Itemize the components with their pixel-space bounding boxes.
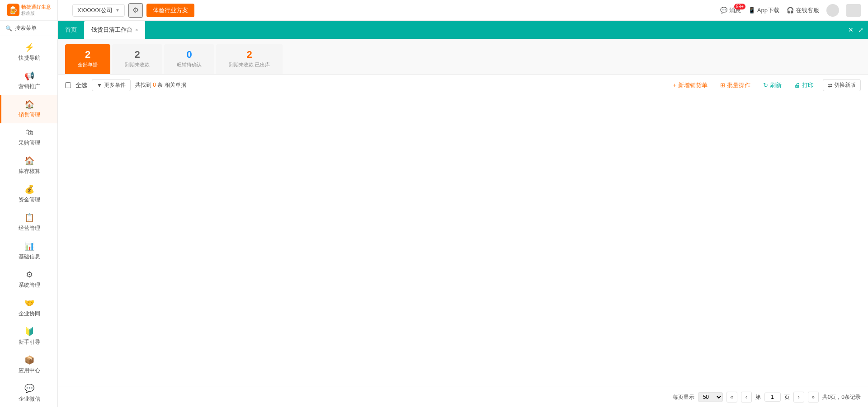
tab-label-1: 钱货日清工作台 <box>91 26 132 34</box>
batch-btn-label: 批量操作 <box>727 81 750 89</box>
sidebar-item-销售管理[interactable]: 🏠销售管理 <box>0 95 57 123</box>
found-count-value: 0 <box>153 82 156 88</box>
refresh-btn[interactable]: ↻ 刷新 <box>760 80 785 91</box>
stat-num-2: 0 <box>186 49 192 61</box>
stat-tab-2[interactable]: 0旺铺待确认 <box>164 44 214 74</box>
sidebar-icon-8: ⚙ <box>26 270 33 280</box>
sidebar-icon-1: 📢 <box>24 71 34 81</box>
mobile-icon: 📱 <box>748 7 755 14</box>
toolbar-right: + 新增销货单 ⊞ 批量操作 ↻ 刷新 🖨 打印 ⇄ 切换新版 <box>670 79 861 91</box>
sidebar-label-7: 基础信息 <box>19 253 40 261</box>
stat-tab-3[interactable]: 2到期未收款 已出库 <box>216 44 283 74</box>
sidebar-item-经营管理[interactable]: 📋经营管理 <box>0 208 57 237</box>
sidebar-label-5: 资金管理 <box>19 196 40 204</box>
stat-tab-0[interactable]: 2全部单据 <box>65 44 110 74</box>
sidebar-item-系统管理[interactable]: ⚙系统管理 <box>0 265 57 294</box>
sidebar-icon-11: 📦 <box>24 355 34 365</box>
toolbar: 全选 ▼ 更多条件 共找到 0 条 相关单据 + 新增销货单 ⊞ 批量操作 ↻ … <box>58 75 868 96</box>
first-page-btn[interactable]: « <box>726 392 737 402</box>
sidebar-icon-6: 📋 <box>24 213 34 223</box>
logo-text: 畅捷通好生意 <box>21 4 51 10</box>
sidebar-icon-3: 🛍 <box>25 128 33 137</box>
sidebar-label-12: 企业微信 <box>19 395 40 403</box>
close-window-icon[interactable]: ✕ <box>848 26 854 33</box>
sidebar-item-快捷导航[interactable]: ⚡快捷导航 <box>0 38 57 66</box>
switch-label: 切换新版 <box>834 81 856 89</box>
user-menu-btn[interactable] <box>846 4 861 17</box>
sidebar-item-库存核算[interactable]: 🏠库存核算 <box>0 151 57 180</box>
chevron-down-icon: ▼ <box>115 8 120 13</box>
company-name: XXXXXX公司 <box>77 6 113 14</box>
sidebar: 🍺 畅捷通好生意 标准版 🔍 搜索菜单 ⚡快捷导航📢营销推广🏠销售管理🛍采购管理… <box>0 0 58 407</box>
page-number-input[interactable] <box>764 393 781 402</box>
print-icon: 🖨 <box>794 82 800 89</box>
sidebar-item-营销推广[interactable]: 📢营销推广 <box>0 66 57 95</box>
page-size-label: 每页显示 <box>673 393 694 401</box>
filter-btn[interactable]: ▼ 更多条件 <box>92 79 131 91</box>
sidebar-item-应用中心[interactable]: 📦应用中心 <box>0 351 57 379</box>
print-btn[interactable]: 🖨 打印 <box>791 80 817 91</box>
online-service-btn[interactable]: 🎧 在线客服 <box>787 6 819 14</box>
sidebar-icon-10: 🔰 <box>24 327 34 337</box>
switch-version-btn[interactable]: ⇄ 切换新版 <box>823 79 861 91</box>
sidebar-item-企业协同[interactable]: 🤝企业协同 <box>0 294 57 322</box>
app-download-btn[interactable]: 📱 App下载 <box>748 6 779 14</box>
trial-btn[interactable]: 体验行业方案 <box>146 4 194 17</box>
tab-close-1[interactable]: × <box>135 27 138 33</box>
main-content: 2全部单据2到期未收款0旺铺待确认2到期未收款 已出库 全选 ▼ 更多条件 共找… <box>58 39 868 407</box>
select-all-label: 全选 <box>75 81 87 89</box>
filter-icon: ▼ <box>97 82 102 89</box>
pagination: 每页显示 50 100 200 « ‹ 第 页 › » 共0页，0条记录 <box>58 387 868 407</box>
refresh-icon: ↻ <box>763 82 768 89</box>
stat-num-1: 2 <box>134 49 140 61</box>
logo-area: 🍺 畅捷通好生意 标准版 <box>0 0 57 21</box>
next-page-btn[interactable]: › <box>793 392 804 402</box>
batch-operation-btn[interactable]: ⊞ 批量操作 <box>717 80 754 91</box>
sidebar-icon-2: 🏠 <box>24 99 34 109</box>
sidebar-icon-12: 💬 <box>24 384 34 393</box>
stat-label-3: 到期未收款 已出库 <box>229 61 270 68</box>
select-all-checkbox[interactable] <box>65 82 71 88</box>
search-menu-label: 搜索菜单 <box>15 24 37 32</box>
message-icon: 💬 <box>720 7 727 14</box>
sidebar-label-9: 企业协同 <box>19 310 40 318</box>
search-icon: 🔍 <box>5 25 12 32</box>
top-header: XXXXXX公司 ▼ ⚙ 体验行业方案 💬 消息 99+ 📱 App下载 🎧 在… <box>58 0 868 21</box>
settings-button[interactable]: ⚙ <box>128 3 143 18</box>
stat-label-2: 旺铺待确认 <box>177 61 202 68</box>
add-sale-order-btn[interactable]: + 新增销货单 <box>670 80 711 91</box>
message-badge: 99+ <box>734 4 745 9</box>
stat-num-3: 2 <box>246 49 252 61</box>
stats-tabs: 2全部单据2到期未收款0旺铺待确认2到期未收款 已出库 <box>58 39 868 75</box>
tab-1[interactable]: 钱货日清工作台× <box>84 21 145 39</box>
sidebar-label-0: 快捷导航 <box>19 54 40 62</box>
sidebar-item-新手引导[interactable]: 🔰新手引导 <box>0 322 57 351</box>
tab-0[interactable]: 首页 <box>58 21 84 39</box>
prev-page-btn[interactable]: ‹ <box>741 392 752 402</box>
tab-bar-right: ✕ ⤢ <box>848 26 868 33</box>
stat-label-1: 到期未收款 <box>125 61 150 68</box>
tab-bar: 首页钱货日清工作台× ✕ ⤢ <box>58 21 868 39</box>
sidebar-item-采购管理[interactable]: 🛍采购管理 <box>0 123 57 151</box>
batch-icon: ⊞ <box>720 82 725 89</box>
logo-sub: 标准版 <box>21 10 51 17</box>
sidebar-icon-4: 🏠 <box>24 156 34 166</box>
sidebar-label-10: 新手引导 <box>19 338 40 346</box>
sidebar-item-资金管理[interactable]: 💰资金管理 <box>0 180 57 208</box>
message-btn[interactable]: 💬 消息 99+ <box>720 6 741 14</box>
content-area: 2全部单据2到期未收款0旺铺待确认2到期未收款 已出库 全选 ▼ 更多条件 共找… <box>58 39 868 407</box>
found-count: 共找到 0 条 相关单据 <box>135 81 186 89</box>
page-size-select[interactable]: 50 100 200 <box>698 392 723 402</box>
sidebar-item-基础信息[interactable]: 📊基础信息 <box>0 237 57 265</box>
sidebar-label-11: 应用中心 <box>19 367 40 374</box>
tab-label-0: 首页 <box>65 26 77 34</box>
page-of-label: 页 <box>784 393 790 401</box>
page-summary: 共0页，0条记录 <box>822 393 861 401</box>
last-page-btn[interactable]: » <box>808 392 819 402</box>
company-selector[interactable]: XXXXXX公司 ▼ <box>72 4 125 17</box>
maximize-icon[interactable]: ⤢ <box>858 26 863 33</box>
search-menu-item[interactable]: 🔍 搜索菜单 <box>0 21 57 36</box>
sidebar-item-企业微信[interactable]: 💬企业微信 <box>0 379 57 407</box>
stat-tab-1[interactable]: 2到期未收款 <box>112 44 162 74</box>
avatar[interactable] <box>826 4 839 17</box>
